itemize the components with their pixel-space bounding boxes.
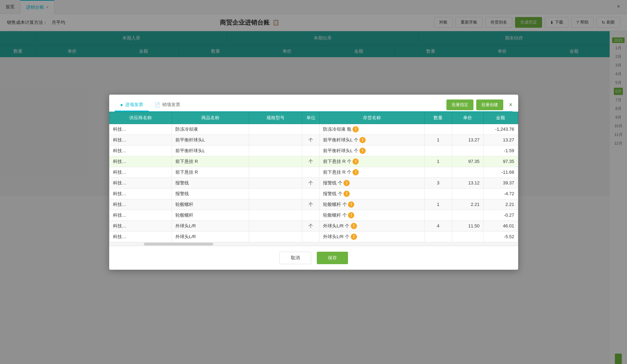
cell-product-name: 外球头L/R: [172, 220, 249, 231]
warning-icon: !: [348, 201, 354, 208]
table-body: 科技… 防冻冷却液 防冻冷却液 瓶 ! -1,243.76 科技… 前平衡杆球头…: [109, 124, 518, 242]
warning-icon: !: [352, 169, 359, 175]
table-row[interactable]: 科技… 轮毂螺杆 轮毂螺杆 个 ! -0.27: [109, 210, 518, 220]
cell-spec: [249, 188, 302, 199]
cell-inventory-name: 前平衡杆球头L 个 !: [320, 145, 424, 156]
cell-unit: [302, 231, 320, 242]
modal-table: 供应商名称 商品名称 规格型号 单位 存货名称 数量 单价 金额 科技… 防冻冷…: [109, 112, 518, 242]
cell-inventory-name: 轮毂螺杆 个 !: [320, 210, 424, 220]
cell-unit-price: 2.21: [452, 199, 483, 210]
cell-product-name: 前平衡杆球头L: [172, 145, 249, 156]
cell-product-name: 防冻冷却液: [172, 124, 249, 135]
batch-create-button[interactable]: 批量创建: [476, 99, 503, 110]
cell-quantity: 1: [424, 156, 452, 167]
cell-unit: 个: [302, 220, 320, 231]
cell-unit-price: 11.50: [452, 220, 483, 231]
cell-amount: 97.35: [483, 156, 518, 167]
cell-unit-price: 13.12: [452, 177, 483, 188]
cell-product-name: 前下悬挂 R: [172, 156, 249, 167]
save-button[interactable]: 保存: [317, 252, 348, 264]
cell-amount: -5.52: [483, 231, 518, 242]
table-row[interactable]: 科技… 报警线 报警线 个 ! -4.72: [109, 188, 518, 199]
tab-outbound-invoice[interactable]: 📄 销项发票: [149, 99, 186, 111]
modal-tabs: ● 进项发票 📄 销项发票: [115, 99, 186, 111]
modal-close-icon[interactable]: ×: [509, 101, 513, 109]
cell-inventory-name: 前下悬挂 R 个 !: [320, 167, 424, 177]
cell-supplier: 科技…: [109, 124, 172, 135]
col-inventory-name: 存货名称: [320, 112, 424, 124]
warning-icon: !: [359, 137, 366, 143]
cell-unit: 个: [302, 177, 320, 188]
modal-footer: 取消 保存: [109, 246, 518, 270]
cell-quantity: [424, 188, 452, 199]
cell-inventory-name: 报警线 个 !: [320, 188, 424, 199]
cell-unit: 个: [302, 156, 320, 167]
modal-header-buttons: 批量指定 批量创建: [446, 99, 503, 110]
cell-amount: -1.59: [483, 145, 518, 156]
batch-assign-button[interactable]: 批量指定: [446, 99, 473, 110]
cell-spec: [249, 167, 302, 177]
col-product-name: 商品名称: [172, 112, 249, 124]
table-row[interactable]: 科技… 前平衡杆球头L 个 前平衡杆球头L 个 ! 1 13.27 13.27: [109, 135, 518, 145]
cell-supplier: 科技…: [109, 156, 172, 167]
table-row[interactable]: 科技… 前下悬挂 R 前下悬挂 R 个 ! -11.68: [109, 167, 518, 177]
cell-unit: 个: [302, 135, 320, 145]
warning-icon: !: [351, 223, 357, 229]
table-row[interactable]: 科技… 外球头L/R 外球头L/R 个 ! -5.52: [109, 231, 518, 242]
cell-amount: 2.21: [483, 199, 518, 210]
outbound-tab-label: 销项发票: [162, 102, 180, 108]
cell-supplier: 科技…: [109, 177, 172, 188]
cell-inventory-name: 防冻冷却液 瓶 !: [320, 124, 424, 135]
cell-supplier: 科技…: [109, 145, 172, 156]
table-row[interactable]: 科技… 轮毂螺杆 个 轮毂螺杆 个 ! 1 2.21 2.21: [109, 199, 518, 210]
cell-amount: -11.68: [483, 167, 518, 177]
cell-product-name: 前平衡杆球头L: [172, 135, 249, 145]
modal-header: ● 进项发票 📄 销项发票 批量指定 批量创建 ×: [109, 95, 518, 111]
cell-amount: -1,243.76: [483, 124, 518, 135]
cell-product-name: 报警线: [172, 188, 249, 199]
cell-amount: -4.72: [483, 188, 518, 199]
cell-unit-price: 13.27: [452, 135, 483, 145]
table-row[interactable]: 科技… 前平衡杆球头L 前平衡杆球头L 个 ! -1.59: [109, 145, 518, 156]
cell-spec: [249, 210, 302, 220]
cell-spec: [249, 220, 302, 231]
table-row[interactable]: 科技… 防冻冷却液 防冻冷却液 瓶 ! -1,243.76: [109, 124, 518, 135]
warning-icon: !: [343, 191, 350, 197]
cell-supplier: 科技…: [109, 188, 172, 199]
scrollbar-thumb[interactable]: [144, 243, 213, 245]
table-row[interactable]: 科技… 报警线 个 报警线 个 ! 3 13.12 39.37: [109, 177, 518, 188]
cell-product-name: 前下悬挂 R: [172, 167, 249, 177]
cell-unit-price: [452, 167, 483, 177]
modal-overlay: ● 进项发票 📄 销项发票 批量指定 批量创建 ×: [0, 0, 627, 364]
outbound-tab-icon: 📄: [154, 102, 160, 107]
cell-unit-price: [452, 124, 483, 135]
invoice-table: 供应商名称 商品名称 规格型号 单位 存货名称 数量 单价 金额 科技… 防冻冷…: [109, 112, 518, 242]
cancel-button[interactable]: 取消: [279, 252, 311, 264]
cell-quantity: 1: [424, 135, 452, 145]
cell-amount: 39.37: [483, 177, 518, 188]
cell-product-name: 轮毂螺杆: [172, 199, 249, 210]
table-row[interactable]: 科技… 前下悬挂 R 个 前下悬挂 R 个 ! 1 97.35 97.35: [109, 156, 518, 167]
cell-inventory-name: 轮毂螺杆 个 !: [320, 199, 424, 210]
cell-unit: [302, 124, 320, 135]
cell-unit-price: [452, 188, 483, 199]
col-amount: 金额: [483, 112, 518, 124]
cell-spec: [249, 199, 302, 210]
warning-icon: !: [352, 126, 359, 132]
col-spec: 规格型号: [249, 112, 302, 124]
tab-inbound-invoice[interactable]: ● 进项发票: [115, 99, 149, 111]
horizontal-scrollbar[interactable]: [109, 242, 518, 246]
warning-icon: !: [351, 234, 357, 240]
cell-unit-price: [452, 231, 483, 242]
cell-inventory-name: 前下悬挂 R 个 !: [320, 156, 424, 167]
cell-unit-price: [452, 145, 483, 156]
cell-unit: [302, 210, 320, 220]
cell-inventory-name: 前平衡杆球头L 个 !: [320, 135, 424, 145]
warning-icon: !: [343, 180, 350, 186]
warning-icon: !: [348, 212, 354, 218]
cell-unit: 个: [302, 199, 320, 210]
cell-unit-price: 97.35: [452, 156, 483, 167]
cell-spec: [249, 177, 302, 188]
table-row[interactable]: 科技… 外球头L/R 个 外球头L/R 个 ! 4 11.50 46.01: [109, 220, 518, 231]
cell-amount: 13.27: [483, 135, 518, 145]
